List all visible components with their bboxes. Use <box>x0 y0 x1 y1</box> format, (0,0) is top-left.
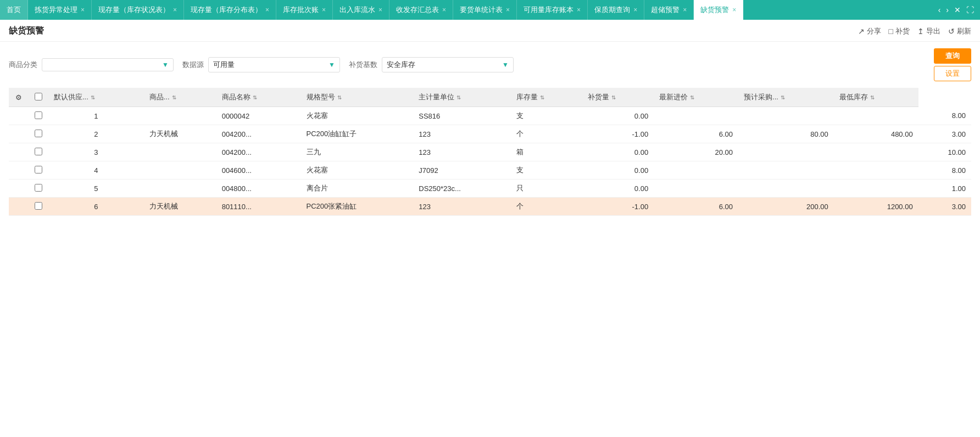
th-spec[interactable]: 规格型号 ⇅ <box>301 88 414 107</box>
table-body: 1 0000042 火花塞 SS816 支 0.00 8.00 2 力天机械 0… <box>9 107 971 216</box>
row-checkbox-cell[interactable] <box>29 198 48 216</box>
tab-prev-btn[interactable]: ‹ <box>936 5 944 14</box>
row-settings-cell <box>9 107 29 125</box>
tab-home[interactable]: 首页 <box>0 0 28 20</box>
tab-inout-flow[interactable]: 出入库流水 × <box>333 0 389 20</box>
export-label: 导出 <box>926 26 940 36</box>
row-code-cell: 801110... <box>216 198 301 216</box>
row-checkbox-cell[interactable] <box>29 107 48 125</box>
share-action[interactable]: ↗ 分享 <box>858 26 881 36</box>
th-unit-label: 主计量单位 <box>419 92 454 102</box>
th-product-code-label: 商品... <box>149 92 170 102</box>
tab-receive-summary-close[interactable]: × <box>442 6 446 14</box>
row-num-cell: 2 <box>48 125 144 143</box>
tab-receive-summary[interactable]: 收发存汇总表 × <box>389 0 453 20</box>
restock-base-filter-group: 补货基数 安全库存 ▼ <box>349 57 514 72</box>
tab-expiry-query[interactable]: 保质期查询 × <box>588 0 644 20</box>
export-icon: ↥ <box>917 27 924 36</box>
tab-expand-btn[interactable]: ⛶ <box>964 5 977 14</box>
row-checkbox-cell[interactable] <box>29 143 48 161</box>
restock-action[interactable]: □ 补货 <box>889 26 910 36</box>
tab-available-ledger-close[interactable]: × <box>577 6 581 14</box>
query-button[interactable]: 查询 <box>934 48 971 64</box>
row-checkbox-cell[interactable] <box>29 161 48 180</box>
tab-shortage-warning-close[interactable]: × <box>732 6 736 14</box>
row-settings-cell <box>9 143 29 161</box>
tab-inventory-status-close[interactable]: × <box>173 6 177 14</box>
row-checkbox[interactable] <box>35 184 42 192</box>
th-latest-price[interactable]: 最新进价 ⇅ <box>654 88 738 107</box>
row-checkbox[interactable] <box>35 166 42 173</box>
tab-expiry-query-close[interactable]: × <box>633 6 637 14</box>
tab-batch-account-close[interactable]: × <box>322 6 326 14</box>
row-name-cell: 火花塞 <box>301 107 414 125</box>
row-checkbox-cell[interactable] <box>29 125 48 143</box>
th-est-purchase[interactable]: 预计采购... ⇅ <box>738 88 834 107</box>
table-row: 6 力天机械 801110... PC200张紧油缸 123 个 -1.00 6… <box>9 198 971 216</box>
th-stock-qty[interactable]: 库存量 ⇅ <box>511 88 582 107</box>
sort-icon-name: ⇅ <box>253 94 257 100</box>
tab-abnormal-close[interactable]: × <box>81 6 85 14</box>
table-header-row: ⚙ 默认供应... ⇅ 商品... <box>9 88 971 107</box>
row-checkbox[interactable] <box>35 202 42 210</box>
sort-icon-supplier: ⇅ <box>91 94 95 100</box>
row-checkbox[interactable] <box>35 148 42 155</box>
row-spec-cell: 123 <box>413 125 511 143</box>
refresh-action[interactable]: ↺ 刷新 <box>948 26 971 36</box>
th-unit[interactable]: 主计量单位 ⇅ <box>413 88 511 107</box>
tab-abnormal[interactable]: 拣货异常处理 × <box>28 0 92 20</box>
row-min-stock-cell: 3.00 <box>918 198 971 216</box>
row-checkbox[interactable] <box>35 130 42 137</box>
category-select[interactable]: ▼ <box>42 58 174 71</box>
row-code-cell: 0000042 <box>216 107 301 125</box>
datasource-select[interactable]: 可用量 ▼ <box>208 57 340 72</box>
th-default-supplier[interactable]: 默认供应... ⇅ <box>48 88 144 107</box>
row-checkbox-cell[interactable] <box>29 180 48 198</box>
datasource-filter-group: 数据源 可用量 ▼ <box>182 57 340 72</box>
tab-requisition-stat[interactable]: 要货单统计表 × <box>453 0 517 20</box>
tab-inventory-status[interactable]: 现存量（库存状况表） × <box>92 0 184 20</box>
row-restock-qty-cell <box>654 161 738 180</box>
restock-base-select[interactable]: 安全库存 ▼ <box>382 57 514 72</box>
th-min-stock[interactable]: 最低库存 ⇅ <box>834 88 918 107</box>
tab-inout-flow-close[interactable]: × <box>378 6 382 14</box>
restock-base-chevron-icon: ▼ <box>502 61 509 69</box>
tab-overstock-warning-close[interactable]: × <box>683 6 687 14</box>
tab-batch-account-label: 库存批次账 <box>283 5 319 15</box>
th-product-name[interactable]: 商品名称 ⇅ <box>216 88 301 107</box>
table-row: 3 004200... 三九 123 箱 0.00 20.00 10.00 <box>9 143 971 161</box>
export-action[interactable]: ↥ 导出 <box>917 26 940 36</box>
tab-available-ledger-label: 可用量库存账本 <box>524 5 573 15</box>
tab-close-btn[interactable]: ✕ <box>951 5 964 14</box>
th-product-code[interactable]: 商品... ⇅ <box>144 88 216 107</box>
share-label: 分享 <box>867 26 881 36</box>
page-title: 缺货预警 <box>9 25 44 37</box>
row-num-cell: 4 <box>48 161 144 180</box>
tab-batch-account[interactable]: 库存批次账 × <box>276 0 333 20</box>
row-latest-price-cell: 80.00 <box>738 125 834 143</box>
tab-requisition-stat-close[interactable]: × <box>506 6 510 14</box>
select-all-checkbox[interactable] <box>35 93 42 100</box>
tab-inventory-dist[interactable]: 现存量（库存分布表） × <box>184 0 276 20</box>
row-checkbox[interactable] <box>35 111 42 119</box>
row-code-cell: 004600... <box>216 161 301 180</box>
row-unit-cell: 支 <box>511 161 582 180</box>
row-est-purchase-cell <box>834 161 918 180</box>
th-est-purchase-label: 预计采购... <box>744 92 778 102</box>
tab-inventory-dist-close[interactable]: × <box>265 6 269 14</box>
row-settings-cell <box>9 125 29 143</box>
datasource-filter-label: 数据源 <box>182 60 204 70</box>
data-table: ⚙ 默认供应... ⇅ 商品... <box>9 88 971 216</box>
tab-overstock-warning[interactable]: 超储预警 × <box>644 0 694 20</box>
row-restock-qty-cell: 6.00 <box>654 198 738 216</box>
settings-button[interactable]: 设置 <box>934 66 971 81</box>
row-unit-cell: 只 <box>511 180 582 198</box>
th-checkbox[interactable] <box>29 88 48 107</box>
tab-next-btn[interactable]: › <box>943 5 951 14</box>
category-chevron-icon: ▼ <box>162 61 169 69</box>
th-settings[interactable]: ⚙ <box>9 88 29 107</box>
tab-available-ledger[interactable]: 可用量库存账本 × <box>517 0 588 20</box>
table-row: 5 004800... 离合片 DS250*23c... 只 0.00 1.00 <box>9 180 971 198</box>
th-restock-qty[interactable]: 补货量 ⇅ <box>582 88 654 107</box>
tab-shortage-warning[interactable]: 缺货预警 × <box>694 0 743 20</box>
